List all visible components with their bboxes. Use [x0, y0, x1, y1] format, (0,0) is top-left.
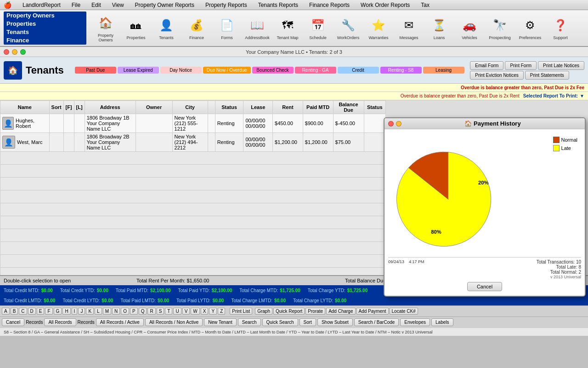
- toolbar-loans[interactable]: ⏳ Loans: [424, 12, 454, 45]
- col-l[interactable]: [L]: [74, 101, 85, 114]
- toolbar-properties[interactable]: 🏘 Properties: [121, 12, 151, 45]
- alpha-t[interactable]: T: [165, 308, 172, 315]
- menu-workorder-reports[interactable]: Work Order Reports: [359, 1, 412, 9]
- alpha-d[interactable]: D: [28, 308, 36, 315]
- toolbar-preferences[interactable]: ⚙ Preferences: [515, 12, 545, 45]
- alpha-x[interactable]: X: [201, 308, 209, 315]
- quick-report-button[interactable]: Quick Report: [273, 308, 305, 315]
- tenant-row-0[interactable]: 👤 Hughes, Robert 1806 Broadway 1BYour Co…: [0, 114, 386, 133]
- sort-button[interactable]: Sort: [300, 318, 316, 326]
- tenant-row-1[interactable]: 👤 West, Marc 1806 Broadway 2BYour Compan…: [0, 133, 386, 152]
- toolbar-workorders[interactable]: 🔧 WorkOrders: [334, 12, 363, 45]
- alpha-z[interactable]: Z: [218, 308, 225, 315]
- col-city[interactable]: City: [172, 101, 208, 114]
- alpha-v[interactable]: V: [182, 308, 190, 315]
- labels-button[interactable]: Labels: [431, 318, 453, 326]
- toolbar-vehicles[interactable]: 🚗 Vehicles: [455, 12, 484, 45]
- menu-edit[interactable]: Edit: [90, 1, 103, 9]
- locate-ck-button[interactable]: Locate CK#: [390, 308, 418, 315]
- alpha-y[interactable]: Y: [209, 308, 217, 315]
- alpha-p[interactable]: P: [130, 308, 138, 315]
- search-barcode-button[interactable]: Search / BarCode: [354, 318, 399, 326]
- alpha-f[interactable]: F: [45, 308, 52, 315]
- alpha-s[interactable]: S: [157, 308, 164, 315]
- alpha-c[interactable]: C: [19, 308, 27, 315]
- menu-finance-reports[interactable]: Finance Reports: [307, 1, 351, 9]
- col-rent[interactable]: Rent: [273, 101, 303, 114]
- alpha-g[interactable]: G: [54, 308, 62, 315]
- menu-tax[interactable]: Tax: [419, 1, 431, 9]
- alpha-k[interactable]: K: [86, 308, 94, 315]
- nav-finance[interactable]: Finance: [6, 36, 84, 45]
- toolbar-addressbook[interactable]: 📖 AddressBook: [243, 12, 272, 45]
- col-owner[interactable]: Owner: [136, 101, 172, 114]
- add-charge-button[interactable]: Add Charge: [326, 308, 355, 315]
- new-tenant-button[interactable]: New Tenant: [204, 318, 237, 326]
- all-records-active-button[interactable]: All Records / Active: [96, 318, 144, 326]
- nav-property-owners[interactable]: Property Owners: [6, 12, 84, 20]
- show-subset-button[interactable]: Show Subset: [317, 318, 353, 326]
- toolbar-schedule[interactable]: 📅 Schedule: [303, 12, 333, 45]
- alpha-a[interactable]: A: [2, 308, 10, 315]
- envelopes-button[interactable]: Envelopes: [400, 318, 430, 326]
- alpha-q[interactable]: Q: [139, 308, 147, 315]
- nav-properties[interactable]: Properties: [6, 20, 84, 28]
- menu-property-owner-reports[interactable]: Property Owner Reports: [133, 1, 196, 9]
- quick-search-button[interactable]: Quick Search: [262, 318, 298, 326]
- print-eviction-notices-button[interactable]: Print Eviction Notices: [470, 71, 523, 80]
- alpha-o[interactable]: O: [121, 308, 129, 315]
- toolbar-finance[interactable]: 💰 Finance: [182, 12, 211, 45]
- alpha-h[interactable]: H: [62, 308, 70, 315]
- col-lease[interactable]: Lease: [243, 101, 273, 114]
- print-form-button[interactable]: Print Form: [505, 61, 537, 70]
- col-extra[interactable]: [208, 101, 215, 114]
- minimize-button[interactable]: [12, 49, 17, 55]
- toolbar-tenant-map[interactable]: 🗺 Tenant Map: [273, 12, 302, 45]
- toolbar-property-owners[interactable]: 🏠 Property Owners: [91, 12, 120, 45]
- toolbar-warranties[interactable]: ⭐ Warranties: [364, 12, 393, 45]
- all-records-non-active-button[interactable]: All Records / Non Active: [145, 318, 203, 326]
- menu-landlordreport[interactable]: LandlordReport: [21, 1, 62, 9]
- menu-file[interactable]: File: [70, 1, 82, 9]
- cancel-button[interactable]: Cancel: [2, 318, 24, 326]
- print-statements-button[interactable]: Print Statements: [525, 71, 569, 80]
- alpha-m[interactable]: M: [103, 308, 111, 315]
- prorate-button[interactable]: Prorate: [305, 308, 325, 315]
- col-status2[interactable]: Status: [364, 101, 385, 114]
- alpha-j[interactable]: J: [78, 308, 85, 315]
- toolbar-forms[interactable]: 📄 Forms: [212, 12, 242, 45]
- col-address[interactable]: Address: [85, 101, 136, 114]
- print-list-button[interactable]: Print List: [230, 308, 252, 315]
- graph-button[interactable]: Graph: [255, 308, 272, 315]
- email-form-button[interactable]: Email Form: [470, 61, 503, 70]
- nav-tenants[interactable]: Tenants: [6, 28, 84, 36]
- col-status[interactable]: Status: [215, 101, 243, 114]
- alpha-n[interactable]: N: [112, 308, 120, 315]
- add-payment-button[interactable]: Add Payment: [356, 308, 389, 315]
- alpha-r[interactable]: R: [147, 308, 155, 315]
- alpha-w[interactable]: W: [191, 308, 199, 315]
- alpha-l[interactable]: L: [95, 308, 102, 315]
- dialog-minimize-button[interactable]: [396, 121, 401, 126]
- print-late-notices-button[interactable]: Print Late Notices: [538, 61, 584, 70]
- menu-tenants-reports[interactable]: Tenants Reports: [256, 1, 300, 9]
- alpha-b[interactable]: B: [11, 308, 18, 315]
- selected-report-dropdown[interactable]: ▼: [580, 93, 584, 98]
- alpha-i[interactable]: I: [72, 308, 78, 315]
- col-sort[interactable]: Sort: [49, 101, 63, 114]
- col-paid-mtd[interactable]: Paid MTD: [303, 101, 333, 114]
- alpha-u[interactable]: U: [173, 308, 181, 315]
- search-button[interactable]: Search: [238, 318, 261, 326]
- col-balance-due[interactable]: Balance Due: [333, 101, 364, 114]
- toolbar-messages[interactable]: ✉ Messages: [394, 12, 424, 45]
- apple-menu[interactable]: 🍎: [4, 1, 11, 9]
- maximize-button[interactable]: [20, 49, 26, 55]
- dialog-cancel-button[interactable]: Cancel: [467, 282, 502, 291]
- toolbar-support[interactable]: ❓ Support: [546, 12, 575, 45]
- all-records-button[interactable]: All Records: [44, 318, 76, 326]
- col-name[interactable]: Name: [0, 101, 50, 114]
- close-button[interactable]: [4, 49, 9, 55]
- menu-view[interactable]: View: [110, 1, 126, 9]
- toolbar-tenants[interactable]: 👤 Tenants: [152, 12, 181, 45]
- col-f[interactable]: [F]: [63, 101, 74, 114]
